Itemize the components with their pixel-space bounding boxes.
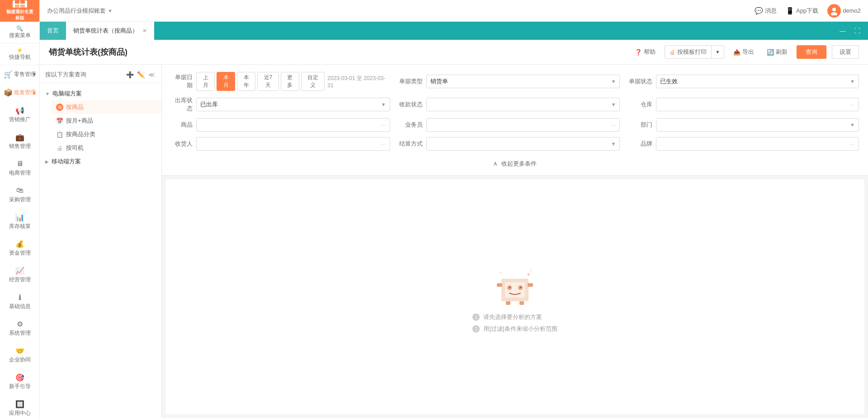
empty-state: ✦ ✦ ✦ 1 请先选择要分析的方案 2: [472, 261, 557, 333]
sidebar-item-basic[interactable]: ℹ 基础信息: [0, 288, 39, 315]
svg-rect-2: [15, 5, 19, 8]
tree-group-pc-header[interactable]: ▼ 电脑端方案: [40, 87, 161, 100]
svg-rect-12: [497, 283, 502, 287]
edit-scheme-btn[interactable]: ✏️: [136, 70, 145, 79]
basic-icon: ℹ: [15, 293, 24, 302]
sidebar-item-finance[interactable]: 💰 资金管理: [0, 235, 39, 261]
collapsed-arrow-icon: ▶: [45, 159, 49, 164]
salesperson-label: 业务员: [399, 121, 426, 129]
collapse-label: 收起更多条件: [501, 160, 537, 167]
sidebar-item-purchase[interactable]: 🛍 采购管理: [0, 181, 39, 208]
tree-group-pc: ▼ 电脑端方案 按 按商品 📅 按月+商品: [40, 87, 161, 155]
svg-rect-0: [15, 0, 19, 4]
collapse-panel-btn[interactable]: ≪: [147, 70, 156, 79]
svg-rect-1: [20, 0, 25, 4]
custom-date-btn[interactable]: 自定义: [301, 72, 325, 91]
enterprise-icon: 🤝: [15, 346, 24, 355]
this-year-btn[interactable]: 本年: [237, 72, 255, 91]
chevron-down-icon: ▼: [32, 72, 37, 77]
by-category-label: 按商品分类: [66, 130, 95, 138]
sidebar-item-marketing[interactable]: 📢 营销推广: [0, 101, 39, 128]
active-dot-icon: 按: [56, 104, 63, 111]
sidebar-item-app-center[interactable]: 🔲 应用中心: [0, 395, 39, 418]
department-field[interactable]: ▼: [656, 118, 859, 132]
sidebar-item-newbie[interactable]: 🎯 新手引导: [0, 368, 39, 395]
industry-selector[interactable]: 办公用品行业模拟账套 ▼: [47, 7, 113, 15]
query-btn[interactable]: 查询: [797, 45, 826, 59]
refresh-btn[interactable]: 🔄 刷新: [763, 46, 791, 58]
consignee-dots-icon[interactable]: ···: [381, 140, 386, 147]
department-chevron-icon: ▼: [850, 122, 855, 128]
empty-hint-2: 2 用[过滤]条件来缩小分析范围: [472, 325, 557, 333]
sidebar-item-retail[interactable]: 🛒 零售管理 ▼: [0, 65, 39, 83]
salesperson-field[interactable]: ···: [426, 118, 620, 132]
messages-btn[interactable]: 💬 消息: [755, 7, 777, 15]
sidebar-item-sales[interactable]: 💼 销售管理: [0, 128, 39, 155]
retail-icon: 🛒: [4, 70, 13, 79]
svg-text:✦: ✦: [526, 271, 531, 278]
warehouse-dots-icon[interactable]: ···: [849, 101, 855, 108]
tab-maximize-btn[interactable]: ⛶: [852, 25, 863, 36]
sidebar-item-enterprise[interactable]: 🤝 企业协同: [0, 342, 39, 368]
doc-status-chevron-icon: ▼: [850, 79, 855, 84]
sidebar-item-operations[interactable]: 📈 经营管理: [0, 261, 39, 288]
tree-item-by-month-product[interactable]: 📅 按月+商品: [51, 114, 161, 128]
system-icon: ⚙: [15, 319, 24, 328]
export-icon: 📤: [733, 49, 741, 56]
right-panel: 单据日期 上月 本月 本年 近7天 更多 自定义 2023-03-01 至 20…: [162, 65, 868, 418]
product-field[interactable]: ···: [196, 118, 390, 132]
salesperson-dots-icon[interactable]: ···: [611, 121, 616, 128]
doc-status-field[interactable]: 已生效 ▼: [656, 75, 859, 88]
sidebar-item-system[interactable]: ⚙ 系统管理: [0, 315, 39, 342]
user-profile[interactable]: demo2: [827, 4, 861, 18]
tab-sales-stats[interactable]: 销货单统计表（按商品） ✕: [66, 22, 154, 40]
help-btn[interactable]: ❓ 帮助: [631, 46, 659, 58]
tree-item-by-product[interactable]: 按 按商品: [51, 100, 161, 114]
tree-item-by-printer[interactable]: 🖨 按司机: [51, 141, 161, 155]
date-buttons: 上月 本月 本年 近7天 更多 自定义: [196, 72, 325, 91]
sidebar: 畅捷通好生意 标版 🔍 搜索菜单 ⚡ 快捷导航 🛒 零售管理 ▼ 📦 批发管理 …: [0, 0, 40, 418]
add-scheme-btn[interactable]: ➕: [125, 70, 134, 79]
sidebar-item-inventory[interactable]: 📊 库存核算: [0, 208, 39, 235]
doc-type-value: 销货单: [430, 77, 611, 86]
last-month-btn[interactable]: 上月: [196, 72, 215, 91]
export-btn[interactable]: 📤 导出: [730, 46, 758, 58]
content-body: 按以下方案查询 ➕ ✏️ ≪ ▼ 电脑端方案: [40, 65, 868, 418]
print-btn[interactable]: 🖨 按模板打印: [665, 46, 712, 58]
tab-minimize-btn[interactable]: —: [837, 25, 848, 36]
top-header: 办公用品行业模拟账套 ▼ 💬 消息 📱 App下载 demo2: [40, 0, 868, 22]
tab-close-btn[interactable]: ✕: [142, 28, 147, 34]
brand-dots-icon[interactable]: ···: [849, 140, 855, 147]
brand-field[interactable]: ···: [656, 137, 859, 151]
sidebar-item-ecommerce[interactable]: 🖥 电商管理: [0, 155, 39, 181]
receipt-status-field[interactable]: ▼: [426, 98, 620, 111]
print-dropdown-btn[interactable]: ▼: [712, 47, 724, 57]
doc-status-value: 已生效: [660, 77, 850, 86]
out-status-field[interactable]: 已出库 ▼: [196, 98, 390, 111]
home-tab-label: 首页: [47, 27, 59, 35]
pc-group-label: 电脑端方案: [52, 90, 82, 98]
last-7days-btn[interactable]: 近7天: [257, 72, 278, 91]
sidebar-item-search-menu[interactable]: 🔍 搜索菜单: [0, 22, 39, 43]
this-month-btn[interactable]: 本月: [217, 72, 235, 91]
doc-type-field[interactable]: 销货单 ▼: [426, 75, 620, 88]
product-dots-icon[interactable]: ···: [381, 121, 386, 128]
settlement-field[interactable]: ▼: [426, 137, 620, 151]
app-download-btn[interactable]: 📱 App下载: [786, 7, 818, 15]
warehouse-field[interactable]: ···: [656, 98, 859, 111]
collapse-filters-btn[interactable]: ∧ 收起更多条件: [171, 156, 859, 168]
svg-text:✦: ✦: [499, 271, 502, 275]
hint-num-2: 2: [472, 325, 480, 332]
more-date-btn[interactable]: 更多: [281, 72, 299, 91]
sidebar-item-quick-nav[interactable]: ⚡ 快捷导航: [0, 43, 39, 65]
mobile-icon: 📱: [786, 7, 794, 15]
help-icon: ❓: [635, 49, 642, 56]
settings-btn[interactable]: 设置: [832, 45, 859, 59]
tree-group-mobile-header[interactable]: ▶ 移动端方案: [40, 155, 161, 168]
sidebar-item-wholesale[interactable]: 📦 批发管理 ▲: [0, 83, 39, 101]
industry-label: 办公用品行业模拟账套: [47, 7, 106, 15]
consignee-field[interactable]: ···: [196, 137, 390, 151]
tree-item-by-category[interactable]: 📋 按商品分类: [51, 128, 161, 141]
tab-home[interactable]: 首页: [40, 22, 66, 40]
empty-hint-1: 1 请先选择要分析的方案: [472, 313, 557, 321]
